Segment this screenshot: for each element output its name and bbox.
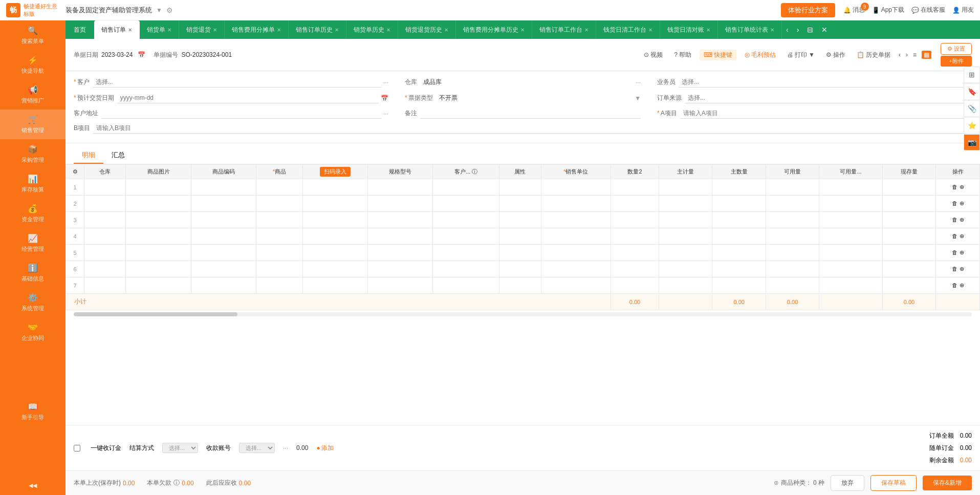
row-customer-code[interactable] xyxy=(433,228,499,245)
row-attribute[interactable] xyxy=(499,245,541,261)
tab-close-icon[interactable]: ✕ xyxy=(277,27,281,33)
row-current-stock[interactable] xyxy=(882,212,935,228)
tab-summary[interactable]: 汇总 xyxy=(103,147,133,164)
row-main-qty[interactable] xyxy=(712,179,766,196)
remarks-input[interactable] xyxy=(420,108,641,119)
row-spec[interactable] xyxy=(367,228,432,245)
tab-return-history[interactable]: 销货退货历史 ✕ xyxy=(398,20,456,39)
row-product-code[interactable] xyxy=(191,212,256,228)
sidebar-item-finance[interactable]: 💰 资金管理 xyxy=(0,199,66,228)
receipt-account-select[interactable]: 选择... xyxy=(239,443,275,453)
row-copy-icon[interactable]: ⊕ xyxy=(960,249,964,256)
save-new-button[interactable]: 保存&新增 xyxy=(923,476,972,490)
tab-daily-clear-account[interactable]: 钱货日清对账 ✕ xyxy=(660,20,718,39)
video-btn[interactable]: ⊙ 视频 xyxy=(641,49,666,61)
salesman-input[interactable] xyxy=(679,77,965,88)
profit-btn[interactable]: ◎ 毛利预估 xyxy=(742,49,779,61)
row-current-stock[interactable] xyxy=(882,196,935,212)
row-delete-icon[interactable]: 🗑 xyxy=(952,249,957,256)
tab-close-icon[interactable]: ✕ xyxy=(648,27,652,33)
sidebar-item-sales[interactable]: 🛒 销售管理 xyxy=(0,110,66,139)
row-copy-icon[interactable]: ⊕ xyxy=(960,282,964,289)
sidebar-item-purchase[interactable]: 📦 采购管理 xyxy=(0,139,66,169)
view-grid-icon[interactable]: ≡ xyxy=(913,51,917,58)
row-delete-icon[interactable]: 🗑 xyxy=(952,282,957,289)
tab-close-icon[interactable]: ✕ xyxy=(167,27,171,33)
row-current-stock[interactable] xyxy=(882,261,935,277)
row-warehouse[interactable] xyxy=(84,212,126,228)
row-sales-unit[interactable] xyxy=(541,261,611,277)
b-project-input[interactable] xyxy=(93,123,972,134)
row-current-stock[interactable] xyxy=(882,179,935,196)
row-available2[interactable] xyxy=(819,179,883,196)
tab-close-icon[interactable]: ✕ xyxy=(520,27,525,33)
row-main-unit[interactable] xyxy=(659,261,712,277)
row-product-code[interactable] xyxy=(191,245,256,261)
sidebar-item-inventory[interactable]: 📊 库存核算 xyxy=(0,169,66,199)
row-main-unit[interactable] xyxy=(659,196,712,212)
row-qty2[interactable] xyxy=(611,261,659,277)
delivery-date-input[interactable] xyxy=(117,93,379,103)
tab-prev-btn[interactable]: ‹ xyxy=(782,26,793,34)
row-attribute[interactable] xyxy=(499,179,541,196)
row-warehouse[interactable] xyxy=(84,277,126,294)
debt-info-icon[interactable]: ⓘ xyxy=(173,479,180,487)
row-spec[interactable] xyxy=(367,245,432,261)
help-btn[interactable]: ? 帮助 xyxy=(671,49,694,61)
tab-slip-history[interactable]: 销货单历史 ✕ xyxy=(346,20,398,39)
notification-icon[interactable]: 🔔 9 消息 xyxy=(843,6,865,14)
row-main-qty[interactable] xyxy=(712,245,766,261)
row-main-unit[interactable] xyxy=(659,245,712,261)
customer-input[interactable] xyxy=(93,77,381,88)
row-warehouse[interactable] xyxy=(84,261,126,277)
float-btn-2[interactable]: 🔖 xyxy=(964,83,980,100)
row-warehouse[interactable] xyxy=(84,179,126,196)
row-qty2[interactable] xyxy=(611,277,659,294)
add-button[interactable]: ● 添加 xyxy=(316,444,333,453)
row-current-stock[interactable] xyxy=(882,245,935,261)
row-available2[interactable] xyxy=(819,245,883,261)
calendar-icon[interactable]: 📅 xyxy=(138,51,145,58)
tab-next-btn[interactable]: › xyxy=(793,26,803,34)
tab-expense-split[interactable]: 销售费用分摊单 ✕ xyxy=(225,20,289,39)
row-qty2[interactable] xyxy=(611,228,659,245)
row-spec[interactable] xyxy=(367,212,432,228)
float-btn-5[interactable]: 📷 xyxy=(964,134,980,150)
tab-daily-clear-workbench[interactable]: 钱货日清工作台 ✕ xyxy=(596,20,660,39)
row-copy-icon[interactable]: ⊕ xyxy=(960,266,964,272)
row-qty2[interactable] xyxy=(611,212,659,228)
operation-btn[interactable]: ⚙ 操作 xyxy=(823,49,848,61)
row-available[interactable] xyxy=(766,212,819,228)
row-sales-unit[interactable] xyxy=(541,179,611,196)
sidebar-item-search[interactable]: 🔍 搜索菜单 xyxy=(0,20,66,50)
row-delete-icon[interactable]: 🗑 xyxy=(952,217,957,223)
view-toggle-icon2[interactable]: › xyxy=(906,51,908,58)
sidebar-item-system[interactable]: ⚙️ 系统管理 xyxy=(0,288,66,317)
row-attribute[interactable] xyxy=(499,228,541,245)
float-btn-4[interactable]: ⭐ xyxy=(964,117,980,134)
row-spec[interactable] xyxy=(367,179,432,196)
row-customer-code[interactable] xyxy=(433,245,499,261)
row-copy-icon[interactable]: ⊕ xyxy=(960,217,964,223)
row-spec[interactable] xyxy=(367,261,432,277)
th-settings[interactable]: ⚙ xyxy=(66,165,84,179)
sidebar-item-quicknav[interactable]: ⚡ 快捷导航 xyxy=(0,50,66,80)
row-main-qty[interactable] xyxy=(712,196,766,212)
discard-button[interactable]: 放弃 xyxy=(831,475,864,491)
row-spec[interactable] xyxy=(367,277,432,294)
row-attribute[interactable] xyxy=(499,212,541,228)
print-btn[interactable]: 🖨 打印 ▼ xyxy=(784,49,818,61)
row-product[interactable] xyxy=(256,179,302,196)
scrollbar-thumb[interactable] xyxy=(74,312,237,316)
row-delete-icon[interactable]: 🗑 xyxy=(952,200,957,207)
tab-close-icon[interactable]: ✕ xyxy=(213,27,217,33)
tab-close-icon[interactable]: ✕ xyxy=(770,27,774,33)
row-qty2[interactable] xyxy=(611,196,659,212)
tab-close-icon[interactable]: ✕ xyxy=(386,27,390,33)
tab-close-all-btn[interactable]: ✕ xyxy=(817,26,832,34)
warehouse-more-icon[interactable]: ··· xyxy=(636,79,641,86)
row-attribute[interactable] xyxy=(499,277,541,294)
scan-input-button[interactable]: 扫码录入 xyxy=(320,167,351,177)
tab-order-stats[interactable]: 销售订单统计表 ✕ xyxy=(718,20,782,39)
float-btn-3[interactable]: 📎 xyxy=(964,100,980,117)
